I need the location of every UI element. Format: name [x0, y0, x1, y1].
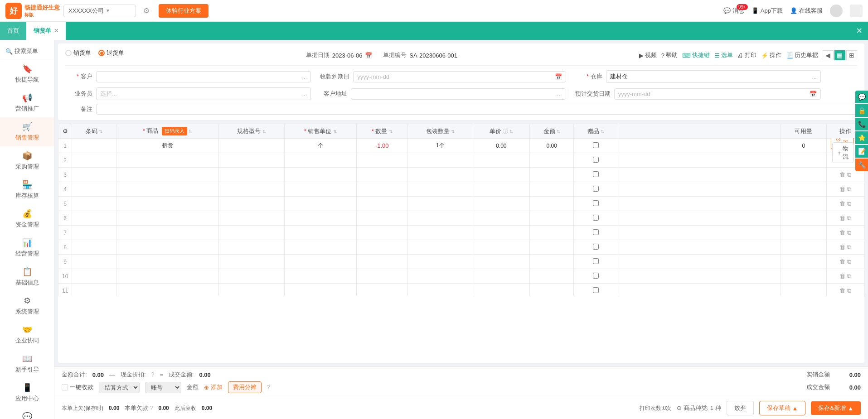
video-button[interactable]: ▶ 视频 — [639, 51, 657, 59]
sidebar-item-guide[interactable]: 📖 新手引导 — [0, 349, 54, 378]
row-delete-icon[interactable]: 🗑 — [839, 229, 845, 236]
sidebar-item-management[interactable]: 📊 经营管理 — [0, 233, 54, 262]
row-spec-cell[interactable] — [219, 139, 284, 153]
row-copy-icon[interactable]: ⧉ — [847, 171, 851, 178]
quick-btn-3[interactable]: 📞 — [855, 118, 868, 130]
app-download-button[interactable]: 📱 App下载 — [752, 7, 783, 15]
abandon-button[interactable]: 放弃 — [727, 401, 754, 415]
sidebar-item-sales[interactable]: 🛒 销售管理 — [0, 117, 54, 146]
row-unit-cell[interactable]: 个 — [284, 139, 356, 153]
row-amount-cell[interactable]: 0.00 — [529, 139, 574, 153]
add-button[interactable]: 添加 — [211, 383, 223, 391]
sidebar-item-basic-info[interactable]: 📋 基础信息 — [0, 262, 54, 291]
trial-button[interactable]: 体验行业方案 — [159, 4, 209, 18]
col-price-sort[interactable]: ⇅ — [509, 129, 513, 134]
save-draft-button[interactable]: 保存草稿 ▲ — [759, 401, 806, 415]
help-button[interactable]: ? 帮助 — [661, 51, 678, 59]
row-copy-icon[interactable]: ⧉ — [847, 186, 851, 193]
col-gear[interactable]: ⚙ — [58, 124, 72, 139]
row-copy-icon[interactable]: ⧉ — [847, 215, 851, 222]
row-delete-icon[interactable]: 🗑 — [839, 258, 845, 265]
expense-split-button[interactable]: 费用分摊 — [228, 381, 262, 393]
settlement-method-select[interactable]: 结算方式 — [99, 382, 140, 393]
col-spec-sort[interactable]: ⇅ — [262, 129, 266, 134]
print-button[interactable]: 🖨 打印 — [737, 51, 756, 59]
quick-btn-2[interactable]: 🔒 — [855, 104, 868, 117]
sidebar-search[interactable]: 🔍 搜索菜单 — [0, 43, 54, 59]
company-selector[interactable]: XXXXXX公司 ▼ — [63, 5, 136, 17]
row-copy-icon[interactable]: ⧉ — [847, 229, 851, 236]
doc-date-calendar-icon[interactable]: 📅 — [365, 52, 372, 59]
row-delete-icon[interactable]: 🗑 — [839, 244, 845, 250]
list-view-button[interactable]: ◀ — [823, 50, 834, 60]
row-price-cell[interactable]: 0.00 — [473, 139, 529, 153]
sidebar-item-app[interactable]: 📱 应用中心 — [0, 378, 54, 407]
expected-delivery-calendar-icon[interactable]: 📅 — [810, 91, 817, 97]
user-expand-button[interactable] — [850, 5, 863, 17]
quick-btn-1[interactable]: 💬 — [855, 91, 868, 103]
scan-button[interactable]: 扫码录入 — [162, 127, 187, 135]
row-barcode-cell[interactable] — [72, 139, 116, 153]
row-pkg-qty-cell[interactable]: 1个 — [407, 139, 473, 153]
row-gift-cell[interactable] — [574, 139, 618, 153]
sidebar-item-wechat[interactable]: 💬 企业微信 — [0, 407, 54, 419]
row-remark-cell[interactable] — [618, 139, 781, 153]
radio-return[interactable]: 退货单 — [98, 49, 124, 57]
logistics-button[interactable]: + 物流 — [832, 142, 853, 163]
quick-btn-5[interactable]: 📝 — [855, 145, 868, 158]
row-copy-icon[interactable]: ⧉ — [847, 200, 851, 207]
due-date-calendar-icon[interactable]: 📅 — [555, 73, 562, 80]
col-quantity-sort[interactable]: ⇅ — [389, 129, 393, 134]
sidebar-item-marketing[interactable]: 📢 营销推广 — [0, 88, 54, 117]
operation-button[interactable]: ⚡ 操作 — [761, 51, 781, 59]
tab-sale-order[interactable]: 销货单 ✕ — [26, 22, 66, 40]
row-delete-icon[interactable]: 🗑 — [839, 273, 845, 279]
salesperson-input[interactable]: 选择... ... — [96, 87, 311, 100]
select-button[interactable]: ☰ 选单 — [714, 51, 733, 59]
grid-view-button[interactable]: ▦ — [834, 50, 845, 60]
total-owe-info-icon[interactable]: ? — [150, 405, 153, 411]
sidebar-item-shortcut[interactable]: 🔖 快捷导航 — [0, 59, 54, 88]
sidebar-item-finance[interactable]: 💰 资金管理 — [0, 204, 54, 233]
row-copy-icon[interactable]: ⧉ — [847, 287, 851, 294]
close-all-tabs-button[interactable]: ✕ — [856, 26, 863, 36]
radio-sale[interactable]: 销货单 — [65, 49, 91, 57]
tab-home[interactable]: 首页 — [0, 22, 26, 40]
col-gift-sort[interactable]: ⇅ — [601, 129, 604, 134]
col-barcode-sort[interactable]: ⇅ — [99, 129, 102, 134]
shortcut-button[interactable]: ⌨ 快捷键 — [682, 51, 710, 59]
row-delete-icon[interactable]: 🗑 — [839, 186, 845, 193]
col-amount-sort[interactable]: ⇅ — [557, 129, 560, 134]
account-select[interactable]: 账号 — [145, 382, 181, 393]
add-icon[interactable]: ⊕ — [204, 384, 209, 391]
row-copy-icon[interactable]: ⧉ — [847, 244, 851, 250]
warehouse-input[interactable]: 建材仓 ... — [606, 70, 821, 83]
col-unit-sort[interactable]: ⇅ — [333, 129, 337, 134]
sidebar-item-purchase[interactable]: 📦 采购管理 — [0, 146, 54, 175]
row-delete-icon[interactable]: 🗑 — [839, 200, 845, 207]
cash-discount-info-icon[interactable]: ? — [151, 371, 155, 378]
expected-delivery-input[interactable]: yyyy-mm-dd 📅 — [614, 88, 821, 100]
row-copy-icon[interactable]: ⧉ — [847, 258, 851, 265]
customer-input[interactable]: ... — [96, 71, 311, 82]
row-gift-checkbox[interactable] — [593, 142, 599, 148]
sidebar-item-collab[interactable]: 🤝 企业协同 — [0, 320, 54, 349]
col-pkg-sort[interactable]: ⇅ — [451, 129, 455, 134]
quick-btn-4[interactable]: ⭐ — [855, 131, 868, 144]
online-service-button[interactable]: 👤 在线客服 — [790, 7, 823, 15]
row-product-cell[interactable]: 拆货 — [116, 139, 218, 153]
compact-view-button[interactable]: ⊞ — [846, 50, 857, 60]
settings-gear-icon[interactable]: ⚙ — [143, 6, 150, 15]
save-new-button[interactable]: 保存&新增 ▲ — [811, 401, 861, 415]
row-delete-icon[interactable]: 🗑 — [839, 171, 845, 178]
one-click-payment-checkbox[interactable]: 一键收款 — [62, 383, 93, 391]
sidebar-item-inventory[interactable]: 🏪 库存核算 — [0, 175, 54, 204]
row-delete-icon[interactable]: 🗑 — [839, 215, 845, 222]
row-copy-icon[interactable]: ⧉ — [847, 273, 851, 279]
row-delete-icon[interactable]: 🗑 — [839, 287, 845, 294]
due-date-input[interactable]: yyyy-mm-dd 📅 — [353, 71, 566, 82]
quick-btn-6[interactable]: 🔧 — [855, 159, 868, 171]
expense-info-icon[interactable]: ? — [267, 384, 270, 390]
table-settings-icon[interactable]: ⚙ — [63, 128, 68, 135]
sidebar-item-system[interactable]: ⚙ 系统管理 — [0, 291, 54, 320]
